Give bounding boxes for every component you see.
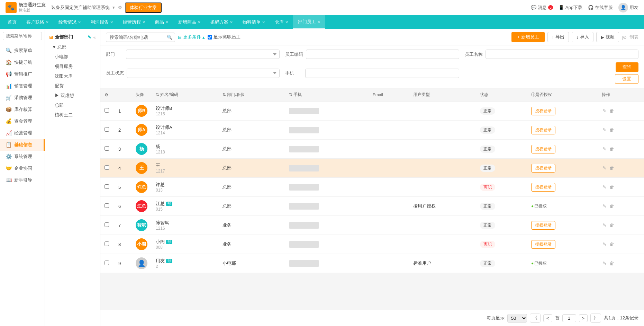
message-btn[interactable]: 💬 消息 5: [531, 5, 553, 11]
nav-tab-条码方案[interactable]: 条码方案✕: [206, 15, 238, 29]
auth-btn[interactable]: 授权登录: [531, 164, 555, 173]
tab-close-icon[interactable]: ✕: [262, 20, 265, 25]
system-title-dropdown-icon[interactable]: ▾: [112, 5, 115, 10]
dept-sort-icon[interactable]: ⇅: [223, 92, 226, 97]
add-employee-btn[interactable]: + 新增员工: [511, 32, 544, 42]
delete-icon[interactable]: 🗑: [609, 222, 614, 228]
edit-icon[interactable]: ✎: [602, 165, 607, 171]
sidebar-item-finance[interactable]: 💰资金管理: [0, 115, 45, 127]
tree-collapse-icon[interactable]: «: [93, 35, 96, 40]
emp-name-input[interactable]: [486, 50, 638, 59]
online-service-btn[interactable]: 🎧 在线客服: [588, 5, 613, 11]
tree-item[interactable]: ▼ 总部: [45, 42, 100, 52]
import-btn[interactable]: ↓ 导入: [572, 32, 593, 42]
sidebar-item-quick-nav[interactable]: 🏠快捷导航: [0, 56, 45, 68]
nav-tab-利润报告[interactable]: 利润报告✕: [86, 15, 118, 29]
tab-close-icon[interactable]: ✕: [142, 20, 145, 25]
sidebar-item-sales[interactable]: 📊销售管理: [0, 80, 45, 92]
sidebar-item-basic-info[interactable]: 📋基础信息: [0, 139, 45, 151]
sidebar-item-system[interactable]: ⚙️系统管理: [0, 151, 45, 162]
row-checkbox[interactable]: [105, 146, 109, 151]
tree-item[interactable]: 小电部: [45, 52, 100, 62]
show-resigned-input[interactable]: [208, 35, 212, 39]
row-checkbox[interactable]: [105, 203, 109, 208]
app-download-btn[interactable]: 📱 App下载: [559, 5, 582, 11]
edit-icon[interactable]: ✎: [602, 241, 607, 247]
tree-item[interactable]: ▶ 双虑想: [45, 91, 100, 100]
next-page-btn[interactable]: >: [579, 314, 588, 322]
delete-icon[interactable]: 🗑: [609, 241, 614, 247]
tab-close-icon[interactable]: ✕: [110, 20, 113, 25]
settings-icon[interactable]: ⚙: [118, 5, 122, 11]
settings-icon[interactable]: ⚙: [105, 92, 108, 97]
emp-status-select[interactable]: [127, 69, 280, 78]
auth-btn[interactable]: 授权登录: [531, 126, 555, 134]
page-number-input[interactable]: [562, 314, 576, 322]
edit-icon[interactable]: ✎: [602, 127, 607, 133]
tab-close-icon[interactable]: ✕: [46, 20, 49, 25]
edit-icon[interactable]: ✎: [602, 261, 607, 266]
phone-input[interactable]: [305, 69, 459, 78]
tab-close-icon[interactable]: ✕: [317, 20, 320, 24]
setting-btn[interactable]: 设置: [615, 74, 638, 84]
row-checkbox[interactable]: [105, 184, 109, 189]
sort-icon[interactable]: ⇅: [156, 92, 159, 97]
auth-btn[interactable]: 授权登录: [531, 221, 555, 230]
delete-icon[interactable]: 🗑: [609, 184, 614, 190]
dept-select[interactable]: [126, 50, 280, 59]
delete-icon[interactable]: 🗑: [609, 146, 614, 152]
row-checkbox[interactable]: [105, 108, 109, 113]
search-btn[interactable]: 查询: [616, 62, 638, 72]
row-checkbox[interactable]: [105, 261, 109, 265]
sidebar-item-search-menu[interactable]: 🔍搜索菜单: [0, 45, 45, 56]
nav-tab-经营情况[interactable]: 经营情况✕: [54, 15, 86, 29]
last-page-btn[interactable]: 》: [590, 314, 601, 323]
edit-icon[interactable]: ✎: [602, 108, 607, 114]
tree-item[interactable]: 植树王二: [45, 110, 100, 120]
nav-tab-仓库[interactable]: 仓库✕: [270, 15, 293, 29]
auth-btn[interactable]: 授权登录: [531, 183, 555, 192]
sidebar-item-inventory[interactable]: 📦库存核算: [0, 104, 45, 115]
export-btn[interactable]: ↑ 导出: [547, 32, 569, 42]
edit-icon[interactable]: ✎: [602, 146, 607, 152]
show-resigned-checkbox[interactable]: 显示离职员工: [208, 34, 241, 40]
first-page-btn[interactable]: 《: [530, 314, 541, 323]
nav-tab-经营历程[interactable]: 经营历程✕: [118, 15, 150, 29]
phone-sort-icon[interactable]: ⇅: [289, 92, 292, 97]
edit-icon[interactable]: ✎: [602, 203, 607, 209]
sidebar-item-business[interactable]: 📈经营管理: [0, 127, 45, 139]
sidebar-item-marketing[interactable]: 📢营销推广: [0, 68, 45, 80]
tab-close-icon[interactable]: ✕: [230, 20, 233, 25]
nav-tab-新增商品[interactable]: 新增商品✕: [173, 15, 206, 29]
more-conditions-btn[interactable]: ⊟ 更多条件 ▴: [178, 34, 205, 40]
row-checkbox[interactable]: [105, 241, 109, 246]
delete-icon[interactable]: 🗑: [609, 261, 614, 266]
prev-page-btn[interactable]: <: [543, 314, 552, 322]
tree-item[interactable]: 沈阳大库: [45, 71, 100, 81]
row-checkbox[interactable]: [105, 165, 109, 170]
nav-tab-物料清单[interactable]: 物料清单✕: [238, 15, 270, 29]
tree-edit-icon[interactable]: ✎: [88, 35, 91, 40]
nav-tab-首页[interactable]: 首页: [3, 15, 21, 29]
nav-tab-部门员工[interactable]: 部门员工✕: [293, 15, 325, 29]
sidebar-item-purchase[interactable]: 🛒采购管理: [0, 92, 45, 104]
nav-tab-商品[interactable]: 商品✕: [150, 15, 173, 29]
delete-icon[interactable]: 🗑: [609, 203, 614, 209]
delete-icon[interactable]: 🗑: [609, 108, 614, 114]
row-checkbox[interactable]: [105, 222, 109, 227]
delete-icon[interactable]: 🗑: [609, 165, 614, 171]
sidebar-item-cooperation[interactable]: 🤝企业协同: [0, 162, 45, 174]
page-size-select[interactable]: 50 100 200: [507, 314, 527, 323]
emp-code-input[interactable]: [306, 50, 459, 59]
trial-btn[interactable]: 体验行业方案: [125, 2, 162, 13]
auth-btn[interactable]: 授权登录: [531, 240, 555, 249]
tab-close-icon[interactable]: ✕: [165, 20, 169, 25]
tab-close-icon[interactable]: ✕: [198, 20, 201, 25]
tree-item[interactable]: 配货: [45, 81, 100, 91]
delete-icon[interactable]: 🗑: [609, 127, 614, 133]
auth-btn[interactable]: 授权登录: [531, 107, 555, 115]
edit-icon[interactable]: ✎: [602, 184, 607, 190]
more-actions-icon[interactable]: |⊙: [622, 35, 627, 40]
tree-item[interactable]: 项目库房: [45, 62, 100, 71]
user-btn[interactable]: 👤 用友: [618, 3, 638, 12]
